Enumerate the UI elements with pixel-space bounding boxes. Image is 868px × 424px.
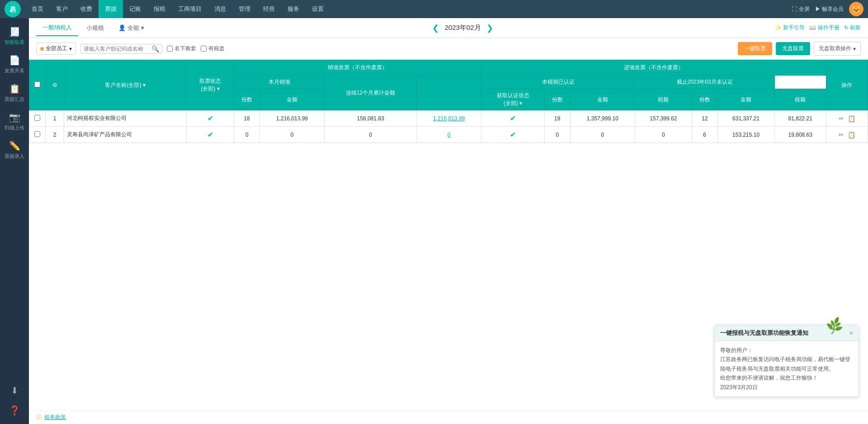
sidebar-item-open-invoice[interactable]: 📄 发票开具 <box>2 51 27 78</box>
td-inbound-tax: 157,399.62 <box>635 110 692 127</box>
next-month-btn[interactable]: ❯ <box>486 24 493 32</box>
tab-all[interactable]: 👤 全能 ▾ <box>112 20 151 36</box>
nav-accounting[interactable]: 记账 <box>123 0 147 18</box>
th-uncert-count: 份数 <box>692 89 717 110</box>
sidebar-item-help[interactable]: ❓ <box>2 401 27 419</box>
th-sales-invoice: 销项发票（不含作废票） <box>234 60 481 76</box>
sidebar-label-smart-fetch: 智能取票 <box>5 39 24 46</box>
td-cert-status: ✔ <box>481 127 545 143</box>
td-sales-count: 18 <box>234 110 260 127</box>
filter-icon-2[interactable]: ▾ <box>217 86 220 92</box>
orange-dot <box>40 47 44 51</box>
sidebar-item-download[interactable]: ⬇ <box>2 381 27 400</box>
detail-icon-2[interactable]: 📋 <box>848 131 855 138</box>
nav-tax[interactable]: 报税 <box>147 0 172 18</box>
td-cumulative: 1,216,013.99 <box>417 110 481 127</box>
td-num: 1 <box>46 110 64 127</box>
sidebar-item-scan[interactable]: 📷 扫描上传 <box>2 108 27 135</box>
notification-popup: 🌿 一键报税与无盘取票功能恢复通知 × 尊敬的用户： 江苏政务网已恢复访问电子税… <box>714 325 859 397</box>
search-input[interactable] <box>84 46 151 52</box>
notification-body: 尊敬的用户： 江苏政务网已恢复访问电子税务局功能，易代账一键登陆电子税务局与无盘… <box>715 341 859 396</box>
tab-general-taxpayer[interactable]: 一般纳税人 <box>36 20 78 36</box>
th-monthly-sales: 本月销项 <box>234 76 325 89</box>
settings-icon[interactable]: ⚙ <box>52 82 57 88</box>
fullscreen-btn[interactable]: ⛶ 全屏 <box>792 5 809 13</box>
scan-icon: 📷 <box>9 112 20 123</box>
sidebar-label-summary: 票据汇总 <box>5 96 24 103</box>
manual-btn[interactable]: 📖 操作手册 <box>809 24 839 32</box>
th-sales-amount: 金额 <box>259 89 324 110</box>
cumulative-link[interactable]: 1,216,013.99 <box>433 115 465 122</box>
filter-icon[interactable]: ▾ <box>143 82 146 88</box>
nav-ops[interactable]: 经营 <box>257 0 281 18</box>
new-guide-btn[interactable]: ✨ 新手引导 <box>775 24 805 32</box>
check-circle-icon: ✔ <box>208 114 213 122</box>
td-sales-amount: 0 <box>259 127 324 143</box>
refresh-btn[interactable]: ↻ 刷新 <box>844 24 861 32</box>
tab-small-label: 小规模 <box>86 24 104 32</box>
avatar[interactable]: 🐱 <box>849 2 863 16</box>
nav-service[interactable]: 服务 <box>281 0 306 18</box>
tax-policy-link[interactable]: 税务政策 <box>44 414 66 421</box>
subordinate-accounts-checkbox[interactable]: 名下账套 <box>167 45 196 52</box>
td-uncert-amount: 153,215.10 <box>717 127 774 143</box>
notification-greeting: 尊敬的用户： <box>720 346 853 355</box>
th-uncert-tax: 税额 <box>774 89 826 110</box>
current-month: 2023年02月 <box>444 24 481 32</box>
td-fetch-status: ✔ <box>186 127 234 143</box>
employee-select[interactable]: 全部员工 ▾ <box>36 43 76 55</box>
top-nav-right: ⛶ 全屏 ▶ 畅享会员 🐱 <box>792 2 863 16</box>
nav-customer[interactable]: 客户 <box>50 0 74 18</box>
sidebar-label-open-invoice: 发票开具 <box>5 67 24 74</box>
filter-actions: 一键取票 无盘取票 无盘取票操作 ▾ <box>738 42 861 56</box>
td-customer-name: 河北柯搭权实业有限公司 <box>64 110 187 127</box>
td-customer-name: 灵寿县尚泽矿产品有限公司 <box>64 127 187 143</box>
svg-text:易: 易 <box>9 6 16 13</box>
no-disk-ops-btn[interactable]: 无盘取票操作 ▾ <box>814 42 861 56</box>
row-checkbox[interactable] <box>34 115 40 121</box>
sidebar-item-smart-fetch[interactable]: 🧾 智能取票 <box>2 23 27 49</box>
nav-message[interactable]: 消息 <box>208 0 232 18</box>
filter-icon-3[interactable]: ▾ <box>519 100 522 106</box>
help-icon: ❓ <box>9 405 20 416</box>
one-key-fetch-btn[interactable]: 一键取票 <box>738 42 772 55</box>
member-btn[interactable]: ▶ 畅享会员 <box>815 5 844 13</box>
nav-invoice[interactable]: 票据 <box>99 0 123 18</box>
open-invoice-icon: 📄 <box>9 55 20 66</box>
sidebar-item-entry[interactable]: ✏️ 票据录入 <box>2 137 27 163</box>
nav-manage[interactable]: 管理 <box>232 0 257 18</box>
filter-bar: 全部员工 ▾ 🔍 名下账套 有税盘 一键取票 无盘取票 无盘取票操作 ▾ <box>29 38 868 60</box>
notification-closing: 给您带来的不便请谅解，祝您工作愉快！ <box>720 373 853 382</box>
nav-industry[interactable]: 工商项目 <box>172 0 208 18</box>
nav-home[interactable]: 首页 <box>25 0 50 18</box>
notification-scroll[interactable]: 尊敬的用户： 江苏政务网已恢复访问电子税务局功能，易代账一键登陆电子税务局与无盘… <box>715 341 859 396</box>
nav-settings[interactable]: 设置 <box>306 0 330 18</box>
th-spacer <box>417 76 481 110</box>
prev-month-btn[interactable]: ❮ <box>432 24 439 32</box>
td-num: 2 <box>46 127 64 143</box>
select-all-checkbox[interactable] <box>34 81 40 87</box>
edit-icon-2[interactable]: ✏ <box>839 131 844 138</box>
nav-fees[interactable]: 收费 <box>74 0 99 18</box>
detail-icon[interactable]: 📋 <box>848 115 855 122</box>
logo[interactable]: 易 <box>5 1 21 17</box>
entry-icon: ✏️ <box>9 140 20 151</box>
td-cumulative: 0 <box>417 127 481 143</box>
edit-icon[interactable]: ✏ <box>839 115 844 122</box>
cumulative-link-2[interactable]: 0 <box>448 132 451 138</box>
td-sales-tax: 0 <box>325 127 417 143</box>
search-button[interactable]: 🔍 <box>151 45 159 52</box>
has-tax-disk-checkbox[interactable]: 有税盘 <box>201 45 225 52</box>
td-sales-amount: 1,216,013.99 <box>259 110 324 127</box>
td-sales-tax: 158,081.83 <box>325 110 417 127</box>
no-disk-fetch-btn[interactable]: 无盘取票 <box>776 42 810 55</box>
check-circle-icon-2: ✔ <box>208 131 213 138</box>
tab-small-scale[interactable]: 小规模 <box>80 20 110 36</box>
row-checkbox[interactable] <box>34 131 40 137</box>
td-action: ✏ 📋 <box>826 110 868 127</box>
td-action: ✏ 📋 <box>826 127 868 143</box>
sidebar-item-summary[interactable]: 📋 票据汇总 <box>2 80 27 106</box>
nav-items: 首页 客户 收费 票据 记账 报税 工商项目 消息 管理 经营 服务 设置 <box>25 0 792 18</box>
tab-bar-actions: ✨ 新手引导 📖 操作手册 ↻ 刷新 <box>775 24 861 32</box>
th-checkbox <box>29 60 46 110</box>
